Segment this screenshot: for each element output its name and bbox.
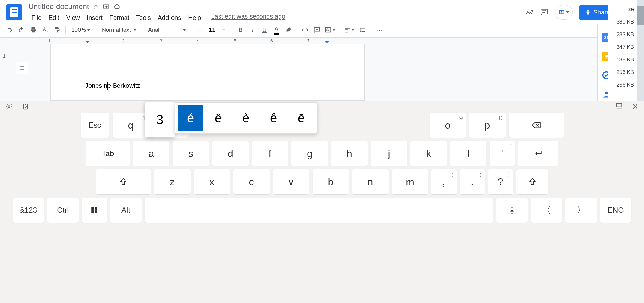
key-symbols[interactable]: &123	[13, 198, 44, 223]
key-mic[interactable]	[496, 198, 528, 223]
svg-rect-18	[511, 207, 513, 211]
menu-format[interactable]: Format	[106, 13, 132, 23]
accent-option[interactable]: è	[233, 105, 259, 131]
key-h[interactable]: h	[331, 141, 368, 166]
menu-addons[interactable]: Add-ons	[155, 13, 185, 23]
font-size-decrease[interactable]: −	[194, 24, 206, 36]
highlight-button[interactable]	[283, 24, 294, 36]
key-period[interactable]: :.	[460, 169, 485, 194]
style-select[interactable]: Normal text	[99, 27, 140, 33]
accent-option[interactable]: ë	[205, 105, 231, 131]
ruler[interactable]: 1 2 3 4 5 6 7	[0, 38, 644, 44]
print-button[interactable]	[28, 24, 39, 36]
key-m[interactable]: m	[392, 169, 428, 194]
comments-icon[interactable]	[540, 8, 549, 17]
activity-icon[interactable]	[525, 8, 534, 17]
bold-button[interactable]: B	[235, 24, 246, 36]
list-item[interactable]: 347 KB	[608, 41, 637, 53]
keyboard-dock-icon[interactable]	[616, 102, 623, 111]
key-n[interactable]: n	[352, 169, 389, 194]
font-select[interactable]: Arial	[145, 27, 189, 33]
link-button[interactable]	[299, 24, 311, 36]
svg-point-11	[8, 106, 10, 108]
key-j[interactable]: j	[371, 141, 407, 166]
docs-logo[interactable]	[6, 4, 22, 20]
key-right[interactable]: 〉	[565, 198, 597, 223]
key-p[interactable]: 0p	[469, 113, 506, 138]
key-shift-left[interactable]	[96, 169, 151, 194]
key-g[interactable]: g	[291, 141, 328, 166]
redo-button[interactable]	[16, 24, 27, 36]
key-d[interactable]: d	[212, 141, 249, 166]
key-quote[interactable]: "'	[490, 141, 515, 166]
key-c[interactable]: c	[233, 169, 270, 194]
key-comma[interactable]: ;,	[431, 169, 457, 194]
menu-view[interactable]: View	[63, 13, 83, 23]
menu-insert[interactable]: Insert	[84, 13, 106, 23]
svg-rect-13	[617, 104, 622, 107]
list-item[interactable]: 138 KB	[608, 53, 637, 66]
menu-file[interactable]: File	[28, 13, 45, 23]
key-language[interactable]: ENG	[600, 198, 631, 223]
key-ctrl[interactable]: Ctrl	[47, 198, 79, 223]
menu-tools[interactable]: Tools	[133, 13, 154, 23]
key-b[interactable]: b	[313, 169, 349, 194]
move-icon[interactable]	[103, 3, 110, 10]
key-windows[interactable]	[82, 198, 107, 223]
star-icon[interactable]: ☆	[93, 3, 99, 11]
last-edit-label[interactable]: Last edit was seconds ago	[211, 13, 285, 23]
share-label: Share	[593, 9, 610, 16]
image-button[interactable]	[323, 24, 337, 36]
align-button[interactable]	[342, 24, 356, 36]
keyboard-close-icon[interactable]: ✕	[632, 102, 638, 111]
key-l[interactable]: l	[450, 141, 486, 166]
paint-format-button[interactable]	[52, 24, 63, 36]
key-q[interactable]: 1q	[113, 113, 149, 138]
more-button[interactable]: ⋯	[374, 24, 385, 36]
spellcheck-button[interactable]	[40, 24, 51, 36]
document-page[interactable]: Jones ne Berkowitz	[50, 44, 365, 101]
keyboard-clipboard-icon[interactable]	[22, 103, 29, 110]
cloud-icon[interactable]	[114, 3, 121, 10]
comment-button[interactable]	[311, 24, 323, 36]
menu-help[interactable]: Help	[185, 13, 204, 23]
key-v[interactable]: v	[273, 169, 309, 194]
accent-option[interactable]: ê	[261, 105, 286, 131]
key-esc[interactable]: Esc	[80, 113, 109, 138]
list-item[interactable]: 283 KB	[608, 28, 637, 41]
key-o[interactable]: 9o	[430, 113, 466, 138]
document-title[interactable]: Untitled document	[28, 2, 89, 11]
list-item[interactable]: 256 KB	[608, 66, 637, 79]
menu-edit[interactable]: Edit	[45, 13, 62, 23]
underline-button[interactable]: U	[259, 24, 270, 36]
key-k[interactable]: k	[410, 141, 447, 166]
key-z[interactable]: z	[154, 169, 191, 194]
font-size-input[interactable]	[206, 25, 218, 35]
key-left[interactable]: 〈	[531, 198, 562, 223]
key-shift-right[interactable]	[516, 169, 548, 194]
list-item[interactable]: 256 KB	[608, 79, 637, 91]
key-space[interactable]	[145, 198, 493, 223]
accent-option[interactable]: ē	[288, 105, 314, 131]
list-item[interactable]: 380 KB	[608, 16, 637, 28]
key-a[interactable]: a	[133, 141, 169, 166]
italic-button[interactable]: I	[247, 24, 258, 36]
undo-button[interactable]	[4, 24, 15, 36]
zoom-select[interactable]: 100%	[68, 27, 93, 33]
scrollbar-thumb[interactable]	[637, 6, 644, 25]
keyboard-settings-icon[interactable]	[6, 103, 13, 110]
key-tab[interactable]: Tab	[86, 141, 130, 166]
key-f[interactable]: f	[252, 141, 288, 166]
key-x[interactable]: x	[194, 169, 230, 194]
outline-icon[interactable]	[16, 62, 28, 74]
key-question[interactable]: !?	[488, 169, 513, 194]
font-size-increase[interactable]: +	[218, 24, 230, 36]
present-button[interactable]	[555, 5, 573, 20]
key-alt[interactable]: Alt	[110, 198, 142, 223]
text-color-button[interactable]: A	[271, 24, 282, 36]
line-spacing-button[interactable]	[357, 24, 368, 36]
key-enter[interactable]	[518, 141, 558, 166]
key-backspace[interactable]	[509, 113, 564, 138]
accent-option[interactable]: é	[178, 105, 203, 131]
key-s[interactable]: s	[173, 141, 209, 166]
